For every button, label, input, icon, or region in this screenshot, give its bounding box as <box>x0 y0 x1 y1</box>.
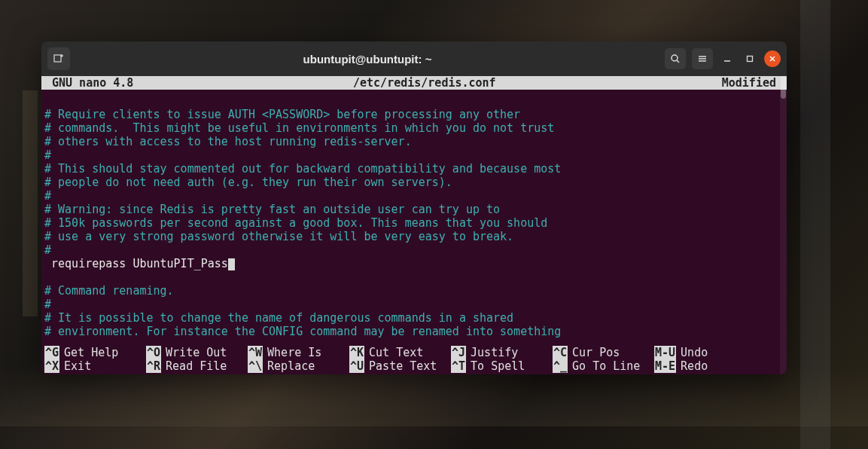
menu-button[interactable] <box>692 48 713 69</box>
nano-version: GNU nano 4.8 <box>52 76 293 90</box>
terminal-window: ubuntupit@ubuntupit: ~ <box>41 41 787 374</box>
svg-point-1 <box>672 55 678 61</box>
comment-line: # Command renaming. <box>44 284 784 298</box>
close-button[interactable] <box>764 50 781 67</box>
shortcut-key: ^X <box>44 359 59 373</box>
shortcut-label: To Spell <box>466 359 525 373</box>
shortcut-key: ^W <box>248 346 263 359</box>
scrollbar-thumb[interactable] <box>781 76 786 99</box>
shortcut-label: Paste Text <box>364 359 437 373</box>
minimize-button[interactable] <box>719 50 736 67</box>
shortcut-label: Write Out <box>161 346 227 359</box>
nano-header: GNU nano 4.8 /etc/redis/redis.conf Modif… <box>41 76 787 90</box>
close-icon <box>769 55 776 63</box>
comment-line: # Require clients to issue AUTH <PASSWOR… <box>44 108 784 121</box>
shortcut-key: M-E <box>654 359 676 373</box>
shortcut-label: Undo <box>676 346 708 359</box>
shortcut-item: ^JJustify <box>451 346 553 359</box>
svg-rect-7 <box>748 57 753 62</box>
comment-line: # people do not need auth (e.g. they run… <box>44 176 784 189</box>
shortcut-item: ^\Replace <box>248 359 349 373</box>
window-titlebar[interactable]: ubuntupit@ubuntupit: ~ <box>41 41 787 76</box>
code-line <box>44 270 784 284</box>
hamburger-icon <box>697 53 708 64</box>
shortcut-label: Get Help <box>59 346 118 359</box>
code-line: requirepass UbuntuPIT_Pass <box>44 257 784 270</box>
text-cursor <box>228 258 235 270</box>
comment-line: # others with access to the host running… <box>44 135 784 148</box>
nano-filename: /etc/redis/redis.conf <box>293 76 722 90</box>
comment-line: # This should stay commented out for bac… <box>44 162 784 176</box>
shortcut-item: ^GGet Help <box>44 346 146 359</box>
search-icon <box>670 53 681 64</box>
shortcut-item: ^UPaste Text <box>349 359 451 373</box>
shortcut-label: Read File <box>161 359 227 373</box>
shortcut-key: M-U <box>654 346 676 359</box>
window-title: ubuntupit@ubuntupit: ~ <box>70 53 665 66</box>
shortcut-key: ^C <box>553 346 568 359</box>
shortcut-item: M-UUndo <box>654 346 756 359</box>
comment-line: # <box>44 243 784 257</box>
comment-line: # 150k passwords per second against a go… <box>44 216 784 230</box>
comment-line: # environment. For instance the CONFIG c… <box>44 325 784 338</box>
search-button[interactable] <box>665 48 686 69</box>
terminal-body[interactable]: GNU nano 4.8 /etc/redis/redis.conf Modif… <box>41 76 787 374</box>
new-tab-button[interactable] <box>47 47 70 70</box>
new-tab-icon <box>53 53 65 65</box>
maximize-button[interactable] <box>742 50 758 67</box>
shortcut-label: Cur Pos <box>568 346 620 359</box>
nano-shortcuts: ^GGet Help^OWrite Out^WWhere Is^KCut Tex… <box>41 346 787 374</box>
svg-line-2 <box>677 60 679 63</box>
comment-line: # <box>44 148 784 162</box>
shortcut-item: ^XExit <box>44 359 146 373</box>
shortcut-label: Replace <box>263 359 315 373</box>
minimize-icon <box>723 55 731 63</box>
shortcut-row: ^GGet Help^OWrite Out^WWhere Is^KCut Tex… <box>44 346 784 359</box>
comment-line: # use a very strong password otherwise i… <box>44 230 784 243</box>
nano-status: Modified <box>722 76 776 90</box>
shortcut-item: ^KCut Text <box>349 346 451 359</box>
shortcut-key: ^G <box>44 346 59 359</box>
shortcut-key: ^T <box>451 359 466 373</box>
shortcut-item: ^RRead File <box>146 359 248 373</box>
shortcut-key: ^R <box>146 359 161 373</box>
shortcut-label: Redo <box>676 359 708 373</box>
shortcut-key: ^J <box>451 346 466 359</box>
code-line <box>44 94 784 108</box>
comment-line: # It is possible to change the name of d… <box>44 311 784 325</box>
shortcut-row: ^XExit^RRead File^\Replace^UPaste Text^T… <box>44 359 784 373</box>
shortcut-label: Go To Line <box>568 359 640 373</box>
shortcut-key: ^\ <box>248 359 263 373</box>
svg-rect-0 <box>54 55 61 62</box>
shortcut-item: ^OWrite Out <box>146 346 248 359</box>
shortcut-key: ^K <box>349 346 364 359</box>
shortcut-item: ^TTo Spell <box>451 359 553 373</box>
shortcut-label: Justify <box>466 346 518 359</box>
shortcut-key: ^U <box>349 359 364 373</box>
shortcut-label: Cut Text <box>364 346 423 359</box>
scrollbar[interactable] <box>780 76 787 374</box>
comment-line: # Warning: since Redis is pretty fast an… <box>44 203 784 216</box>
comment-line: # <box>44 189 784 203</box>
shortcut-item: ^CCur Pos <box>553 346 654 359</box>
shortcut-key: ^O <box>146 346 161 359</box>
shortcut-key: ^_ <box>553 359 568 373</box>
shortcut-label: Exit <box>59 359 91 373</box>
shortcut-item: ^_Go To Line <box>553 359 654 373</box>
editor-content[interactable]: # Require clients to issue AUTH <PASSWOR… <box>41 90 787 346</box>
shortcut-label: Where Is <box>263 346 321 359</box>
comment-line: # commands. This might be useful in envi… <box>44 121 784 135</box>
maximize-icon <box>746 55 754 63</box>
shortcut-item: ^WWhere Is <box>248 346 349 359</box>
shortcut-item: M-ERedo <box>654 359 756 373</box>
comment-line: # <box>44 298 784 311</box>
